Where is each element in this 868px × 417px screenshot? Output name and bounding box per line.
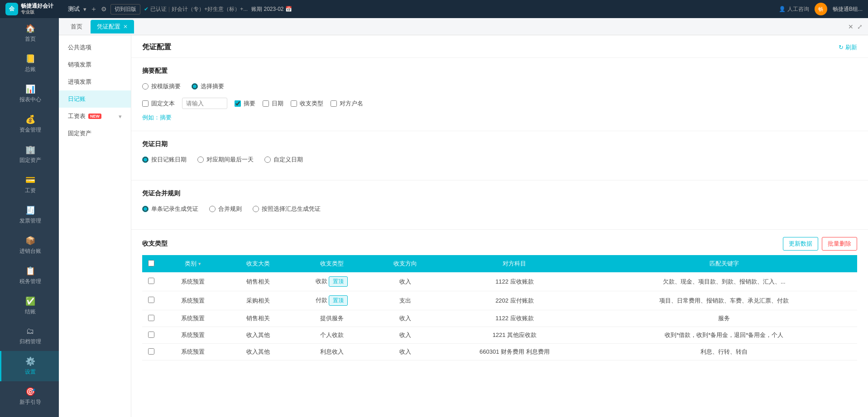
checkbox-summary[interactable]: 摘要 bbox=[235, 100, 255, 108]
header-dropdown-icon[interactable]: ▾ bbox=[83, 6, 86, 13]
tags-label: 好会计（专）+好生意（标）+... bbox=[172, 5, 248, 13]
sidebar-item-label: 归档管理 bbox=[19, 338, 41, 346]
sidebar-item-assets[interactable]: 🏢 固定资产 bbox=[0, 139, 59, 170]
cell-type: 收款 置顶 bbox=[291, 272, 373, 291]
sidebar-item-label: 资金管理 bbox=[19, 126, 41, 134]
radio-custom-date[interactable]: 自定义日期 bbox=[264, 156, 303, 164]
header-right: 👤 人工咨询 畅 畅捷通B组... bbox=[779, 3, 863, 15]
summary-checkbox-row: 固定文本 摘要 日期 收支类型 bbox=[142, 98, 857, 109]
cell-major-type: 销售相关 bbox=[225, 272, 291, 291]
tab-voucher-config[interactable]: 凭证配置 ✕ bbox=[91, 20, 134, 33]
sidebar-item-label: 固定资产 bbox=[19, 156, 41, 164]
tab-bar: 首页 凭证配置 ✕ ✕ ⤢ bbox=[59, 18, 868, 35]
header-add-button[interactable]: ＋ bbox=[90, 5, 97, 14]
cell-subject: 1122 应收账款 bbox=[438, 272, 591, 291]
select-all-checkbox[interactable] bbox=[148, 260, 154, 266]
cell-subject: 1221 其他应收款 bbox=[438, 327, 591, 344]
ledger-icon: 📒 bbox=[25, 54, 35, 64]
row-checkbox[interactable] bbox=[148, 278, 154, 284]
guide-icon: 🎯 bbox=[25, 387, 35, 397]
left-nav-payroll-table[interactable]: 工资表 NEW ▾ bbox=[59, 108, 131, 125]
col-checkbox-header bbox=[142, 255, 160, 272]
cell-major-type: 销售相关 bbox=[225, 310, 291, 327]
radio-merge[interactable]: 合并规则 bbox=[209, 205, 242, 213]
cell-major-type: 采购相关 bbox=[225, 291, 291, 310]
table-row: 系统预置 收入其他 利息收入 收入 660301 财务费用 利息费用 利息、行转… bbox=[142, 344, 857, 360]
sidebar-item-settlement[interactable]: ✅ 结账 bbox=[0, 291, 59, 321]
col-major-type-header: 收支大类 bbox=[225, 255, 291, 272]
batch-delete-button[interactable]: 批量删除 bbox=[822, 237, 857, 251]
income-expense-section: 收支类型 更新数据 批量删除 类别 ▾ bbox=[131, 230, 868, 368]
sidebar-item-guide[interactable]: 🎯 新手引导 bbox=[0, 381, 59, 412]
sidebar-item-member[interactable]: 👑 畅会员 bbox=[0, 412, 59, 417]
user-name[interactable]: 畅捷通B组... bbox=[833, 5, 863, 13]
left-nav-fixed-assets[interactable]: 固定资产 bbox=[59, 125, 131, 142]
tax-icon: 📋 bbox=[25, 266, 35, 276]
checkbox-fixed-text[interactable]: 固定文本 bbox=[142, 100, 175, 108]
tab-minimize-button[interactable]: ✕ bbox=[848, 23, 854, 30]
left-nav-purchase-invoice[interactable]: 进项发票 bbox=[59, 73, 131, 90]
checkbox-date[interactable]: 日期 bbox=[263, 100, 283, 108]
sidebar-item-invoice-mgmt[interactable]: 🧾 发票管理 bbox=[0, 200, 59, 230]
cell-category: 系统预置 bbox=[160, 310, 225, 327]
tag-reset[interactable]: 置顶 bbox=[329, 276, 348, 287]
table-row: 系统预置 销售相关 收款 置顶 收入 1122 应收账款 欠款、现金、项目款、到… bbox=[142, 272, 857, 291]
cell-type: 提供服务 bbox=[291, 310, 373, 327]
row-checkbox[interactable] bbox=[148, 297, 154, 303]
radio-select-total[interactable]: 按照选择汇总生成凭证 bbox=[253, 205, 321, 213]
income-expense-title: 收支类型 bbox=[142, 240, 168, 248]
radio-journal-date[interactable]: 按日记账日期 bbox=[142, 156, 187, 164]
funds-icon: 💰 bbox=[25, 114, 35, 124]
tab-home[interactable]: 首页 bbox=[64, 20, 89, 33]
sidebar-item-archive[interactable]: 🗂 归档管理 bbox=[0, 321, 59, 351]
checkbox-counterpart[interactable]: 对方户名 bbox=[331, 100, 363, 108]
row-checkbox[interactable] bbox=[148, 332, 154, 338]
sidebar-item-tax[interactable]: 📋 税务管理 bbox=[0, 261, 59, 291]
checkbox-income-type[interactable]: 收支类型 bbox=[291, 100, 323, 108]
logo-area: 会 畅捷通好会计 专业版 bbox=[5, 3, 64, 15]
merge-rules-title: 凭证合并规则 bbox=[142, 190, 857, 198]
row-checkbox[interactable] bbox=[148, 348, 154, 355]
left-nav-sales-invoice[interactable]: 销项发票 bbox=[59, 56, 131, 73]
merge-rules-radio-group: 单条记录生成凭证 合并规则 按照选择汇总生成凭证 bbox=[142, 205, 857, 213]
radio-single[interactable]: 单条记录生成凭证 bbox=[142, 205, 198, 213]
sidebar-item-label: 结账 bbox=[25, 308, 36, 316]
sidebar-item-payroll[interactable]: 💳 工资 bbox=[0, 170, 59, 200]
cell-keywords: 欠款、现金、项目款、到款、报销款、汇入、... bbox=[591, 272, 857, 291]
sidebar-item-ledger[interactable]: 📒 总账 bbox=[0, 48, 59, 79]
header-settings-icon[interactable]: ⚙ bbox=[101, 5, 107, 13]
left-nav-journal[interactable]: 日记账 bbox=[59, 90, 131, 108]
sidebar-item-reports[interactable]: 📊 报表中心 bbox=[0, 79, 59, 109]
reports-icon: 📊 bbox=[25, 84, 35, 94]
update-data-button[interactable]: 更新数据 bbox=[783, 237, 818, 251]
sidebar-item-funds[interactable]: 💰 资金管理 bbox=[0, 109, 59, 139]
tab-close-icon[interactable]: ✕ bbox=[123, 24, 128, 30]
logo-text: 畅捷通好会计 bbox=[21, 3, 53, 9]
refresh-button[interactable]: ↻ 刷新 bbox=[839, 43, 857, 52]
table-row: 系统预置 收入其他 个人收款 收入 1221 其他应收款 收到*借款，收到*备用… bbox=[142, 327, 857, 344]
cell-category: 系统预置 bbox=[160, 291, 225, 310]
help-button[interactable]: 👤 人工咨询 bbox=[779, 5, 809, 13]
logo-sub: 专业版 bbox=[21, 9, 53, 15]
switch-version-button[interactable]: 切到旧版 bbox=[110, 4, 140, 14]
header-tab-name: 测试 bbox=[68, 5, 80, 13]
sidebar: 🏠 首页 📒 总账 📊 报表中心 💰 资金管理 🏢 固定资产 💳 工资 🧾 发票… bbox=[0, 18, 59, 417]
fixed-text-input[interactable] bbox=[182, 98, 227, 109]
sidebar-item-settings[interactable]: ⚙️ 设置 bbox=[0, 351, 59, 381]
certified-label: 已认证 bbox=[150, 5, 167, 13]
cell-category: 系统预置 bbox=[160, 344, 225, 360]
col-subject-header: 对方科目 bbox=[438, 255, 591, 272]
left-nav-public[interactable]: 公共选项 bbox=[59, 39, 131, 56]
row-checkbox[interactable] bbox=[148, 315, 154, 321]
sidebar-item-label: 进销台账 bbox=[19, 247, 41, 255]
radio-select[interactable]: 选择摘要 bbox=[192, 82, 224, 90]
tab-expand-button[interactable]: ⤢ bbox=[857, 23, 863, 30]
radio-period-last[interactable]: 对应期间最后一天 bbox=[197, 156, 254, 164]
sidebar-item-home[interactable]: 🏠 首页 bbox=[0, 18, 59, 48]
sidebar-item-purchase[interactable]: 📦 进销台账 bbox=[0, 230, 59, 261]
radio-template[interactable]: 按模版摘要 bbox=[142, 82, 181, 90]
sidebar-item-label: 设置 bbox=[25, 368, 36, 376]
cell-direction: 收入 bbox=[373, 272, 438, 291]
tag-reset[interactable]: 置顶 bbox=[329, 295, 348, 306]
cell-category: 系统预置 bbox=[160, 327, 225, 344]
